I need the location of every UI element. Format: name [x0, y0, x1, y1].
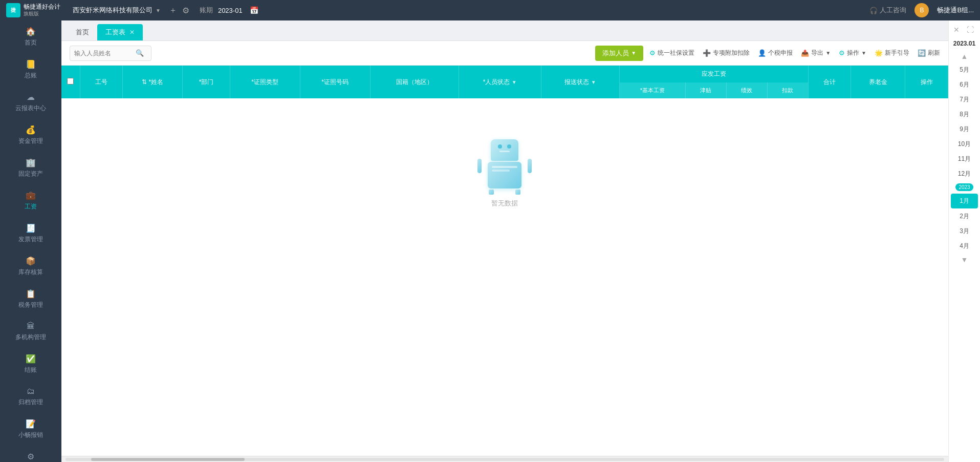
panel-top-controls: ✕ ⛶: [949, 23, 980, 37]
sidebar-item-payroll[interactable]: 💼 工资: [0, 184, 61, 217]
select-all-th[interactable]: [61, 66, 80, 98]
sidebar-label-funds: 资金管理: [18, 137, 43, 145]
empty-robot-illustration: [482, 139, 528, 191]
sidebar-label-assets: 固定资产: [18, 170, 43, 178]
month-item-6[interactable]: 6月: [949, 77, 980, 92]
tab-close-icon[interactable]: ✕: [129, 29, 135, 36]
panel-expand-icon[interactable]: ⛶: [966, 25, 975, 35]
sidebar-label-cloud: 云报表中心: [15, 104, 46, 113]
company-selector[interactable]: 西安虾米网络科技有限公司 ▼: [73, 6, 161, 15]
social-insurance-label: 统一社保设置: [658, 49, 694, 57]
add-person-button[interactable]: 添加人员 ▼: [595, 46, 643, 61]
sidebar-item-cloud-report[interactable]: ☁ 云报表中心: [0, 86, 61, 119]
toolbar: 🔍 添加人员 ▼ ⚙ 统一社保设置 ➕ 专项附加扣除 👤 个税申报: [61, 41, 948, 66]
app-sub: 旗舰版: [24, 10, 60, 17]
month-item-10[interactable]: 10月: [949, 137, 980, 152]
content-area: 首页 工资表 ✕ 🔍 添加人员 ▼ ⚙ 统一社保设置: [61, 20, 948, 462]
operation-btn[interactable]: ⚙ 操作 ▼: [839, 49, 866, 57]
sidebar-label-close-account: 结账: [25, 366, 37, 374]
company-name: 西安虾米网络科技有限公司: [73, 6, 153, 15]
tab-bar: 首页 工资表 ✕: [61, 20, 948, 41]
user-name: 畅捷通B组...: [937, 6, 974, 15]
status-filter-icon[interactable]: ▼: [512, 79, 517, 85]
th-salary-group: 应发工资: [620, 66, 809, 82]
sidebar-item-invoice[interactable]: 🧾 发票管理: [0, 217, 61, 250]
month-item-7[interactable]: 7月: [949, 92, 980, 107]
bottom-scrollbar[interactable]: [61, 456, 948, 462]
search-wrap[interactable]: 🔍: [70, 46, 151, 61]
export-label: 导出: [811, 49, 823, 57]
add-icon[interactable]: ＋: [169, 5, 177, 16]
tax-icon: 📋: [26, 289, 36, 299]
sidebar-item-assets[interactable]: 🏢 固定资产: [0, 152, 61, 184]
month-item-12[interactable]: 12月: [949, 166, 980, 181]
th-allowance: 津贴: [685, 82, 726, 98]
sidebar-item-expense[interactable]: 📝 小畅报销: [0, 413, 61, 446]
special-deduction-btn[interactable]: ➕ 专项附加扣除: [703, 49, 750, 57]
search-input[interactable]: [74, 50, 136, 57]
calendar-icon[interactable]: 📅: [250, 6, 258, 14]
sidebar-label-inventory: 库存核算: [18, 268, 43, 277]
refresh-label: 刷新: [928, 49, 940, 57]
month-item-5[interactable]: 5月: [949, 62, 980, 77]
toolbar-actions: ⚙ 统一社保设置 ➕ 专项附加扣除 👤 个税申报 📤 导出 ▼ ⚙: [649, 49, 940, 57]
social-insurance-icon: ⚙: [649, 49, 656, 57]
special-deduction-icon: ➕: [703, 49, 711, 57]
report-filter-icon[interactable]: ▼: [591, 79, 596, 85]
sidebar-item-close-account[interactable]: ✅ 结账: [0, 348, 61, 381]
table-container: 工号 ⇅ *姓名 *部门 *证照类型 *证照号码 国籍（地区） *人员状态 ▼ …: [61, 66, 948, 456]
month-item-9[interactable]: 9月: [949, 122, 980, 137]
scrollbar-track: [66, 458, 944, 461]
logo-text-group: 畅捷通好会计 旗舰版: [24, 3, 60, 17]
sidebar-item-multiorg[interactable]: 🏛 多机构管理: [0, 316, 61, 348]
operation-label: 操作: [847, 49, 859, 57]
month-scroll-down-icon[interactable]: ▼: [961, 254, 968, 266]
sidebar-item-tax[interactable]: 📋 税务管理: [0, 283, 61, 316]
support-button[interactable]: 🎧 人工咨询: [869, 6, 906, 15]
add-person-chevron-icon: ▼: [631, 50, 636, 56]
settings-icon[interactable]: ⚙: [182, 6, 189, 15]
sidebar-item-archive[interactable]: 🗂 归档管理: [0, 381, 61, 413]
refresh-btn[interactable]: 🔄 刷新: [918, 49, 940, 57]
settings-nav-icon: ⚙: [27, 452, 34, 461]
period-value: 2023-01: [218, 7, 243, 14]
month-item-8[interactable]: 8月: [949, 107, 980, 122]
sidebar-item-settings[interactable]: ⚙ 基础设置: [0, 446, 61, 462]
th-pension: 养老金: [851, 66, 905, 98]
tab-payroll-label: 工资表: [105, 28, 125, 37]
panel-close-icon[interactable]: ✕: [952, 25, 962, 35]
th-deduction: 扣款: [767, 82, 808, 98]
month-item-1[interactable]: 1月: [951, 194, 978, 208]
export-btn[interactable]: 📤 导出 ▼: [801, 49, 831, 57]
th-performance: 绩效: [726, 82, 767, 98]
new-guide-btn[interactable]: 🌟 新手引导: [875, 49, 909, 57]
tax-report-btn[interactable]: 👤 个税申报: [758, 49, 793, 57]
month-item-11[interactable]: 11月: [949, 152, 980, 166]
th-id-number: *证照号码: [300, 66, 370, 98]
assets-icon: 🏢: [26, 158, 36, 167]
scrollbar-thumb[interactable]: [91, 458, 245, 461]
expense-icon: 📝: [26, 419, 36, 429]
social-insurance-btn[interactable]: ⚙ 统一社保设置: [649, 49, 694, 57]
special-deduction-label: 专项附加扣除: [713, 49, 750, 57]
sidebar-label-archive: 归档管理: [18, 398, 43, 407]
th-actions: 操作: [905, 66, 948, 98]
sidebar-item-home[interactable]: 🏠 首页: [0, 20, 61, 53]
year-badge: 2023: [955, 183, 973, 191]
operation-icon: ⚙: [839, 49, 845, 57]
tab-home[interactable]: 首页: [68, 24, 97, 40]
th-employee-id: 工号: [80, 66, 123, 98]
refresh-icon: 🔄: [918, 49, 926, 57]
sidebar-item-ledger[interactable]: 📒 总账: [0, 53, 61, 86]
month-scroll-up-icon[interactable]: ▲: [961, 50, 968, 62]
payroll-icon: 💼: [26, 191, 36, 200]
sidebar-item-inventory[interactable]: 📦 库存核算: [0, 250, 61, 283]
sidebar-item-funds[interactable]: 💰 资金管理: [0, 119, 61, 152]
month-item-3[interactable]: 3月: [949, 224, 980, 239]
empty-text: 暂无数据: [491, 199, 518, 208]
month-item-4[interactable]: 4月: [949, 239, 980, 254]
operation-chevron-icon: ▼: [861, 50, 866, 56]
select-all-checkbox[interactable]: [67, 78, 74, 85]
month-item-2[interactable]: 2月: [949, 209, 980, 224]
tab-payroll[interactable]: 工资表 ✕: [97, 24, 143, 40]
